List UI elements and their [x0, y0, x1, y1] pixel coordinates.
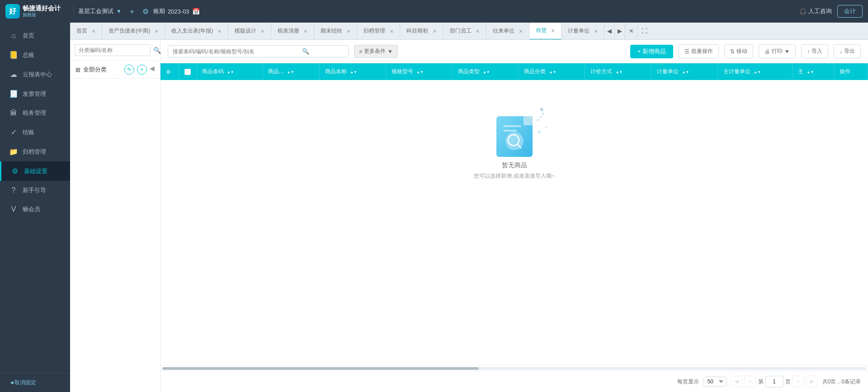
sidebar-item-invoice[interactable]: 🧾 发票管理 [0, 84, 70, 104]
logo-icon: 好 [5, 4, 20, 19]
sort-unit-icon[interactable]: ▲▼ [682, 71, 689, 74]
company-dropdown-icon: ▼ [116, 8, 122, 14]
tab-income-close[interactable]: × [217, 28, 221, 34]
sidebar-item-report[interactable]: ☁ 云报表中心 [0, 65, 70, 84]
scroll-left-btn[interactable]: ◀ [604, 23, 615, 40]
sort-main-unit-icon[interactable]: ▲▼ [754, 71, 761, 74]
header-divider [73, 5, 74, 18]
expand-btn[interactable]: ⛶ [637, 23, 651, 40]
tab-tax[interactable]: 税表清册 × [271, 23, 314, 40]
sidebar-item-ledger[interactable]: 📒 总账 [0, 45, 70, 65]
tab-unit-close[interactable]: × [594, 28, 598, 34]
sort-type-icon[interactable]: ▲▼ [483, 71, 490, 74]
collapse-icon[interactable]: ◀ [150, 65, 155, 75]
tab-unit-label: 计量单位 [568, 27, 590, 35]
sort-main-icon[interactable]: ▲▼ [807, 71, 814, 74]
sort-category-icon[interactable]: ▲▼ [549, 71, 557, 74]
prev-page-btn[interactable]: ‹ [745, 376, 756, 387]
import-button[interactable]: ↑ 导入 [801, 44, 828, 58]
close-all-tabs-btn[interactable]: ✕ [625, 23, 637, 40]
empty-state: 暂无商品 您可以选择新增,或者直接导入哦~ [160, 80, 868, 207]
sidebar-item-guide[interactable]: ? 新手引导 [0, 181, 70, 200]
svg-point-10 [545, 127, 547, 128]
tab-inventory-close[interactable]: × [551, 28, 555, 34]
full-search-box: 🔍 [168, 45, 349, 57]
sort-name-icon[interactable]: ▲▼ [350, 71, 357, 74]
calendar-icon[interactable]: 📅 [192, 8, 200, 15]
company-name: 基层工会测试 [78, 7, 113, 15]
account-button[interactable]: 会计 [837, 5, 863, 18]
category-search-input[interactable] [75, 44, 151, 56]
tab-subject-close[interactable]: × [433, 28, 436, 34]
company-selector[interactable]: 基层工会测试 ▼ [78, 7, 122, 15]
tab-home-close[interactable]: × [92, 28, 95, 34]
unpin-btn[interactable]: ◄取消固定 [0, 373, 70, 392]
category-search-icon[interactable]: 🔍 [153, 47, 161, 54]
tab-template-close[interactable]: × [261, 28, 264, 34]
tab-contact-close[interactable]: × [519, 28, 523, 34]
sidebar-label-settle: 结账 [23, 128, 34, 137]
export-button[interactable]: ↓ 导出 [834, 44, 861, 58]
sidebar-item-basic[interactable]: ⚙ 基础设置 [0, 161, 70, 181]
scroll-right-btn[interactable]: ▶ [615, 23, 625, 40]
sidebar-item-home[interactable]: ⌂ 首页 [0, 26, 70, 45]
move-button[interactable]: ⇅ 移动 [724, 44, 753, 58]
add-tab-icon[interactable]: ＋ [126, 6, 138, 17]
per-page-select[interactable]: 50 10 20 100 [703, 377, 726, 387]
settle-icon: ✓ [9, 128, 18, 137]
sidebar-label-member: 畅会员 [23, 205, 40, 213]
sort-barcode-icon[interactable]: ▲▼ [227, 71, 234, 74]
sidebar-item-archive[interactable]: 📁 归档管理 [0, 142, 70, 161]
th-settings[interactable]: ⚙ [160, 63, 179, 80]
tab-subject[interactable]: 科目期初 × [400, 23, 443, 40]
header-checkbox[interactable] [184, 69, 191, 75]
tab-tax-close[interactable]: × [304, 28, 307, 34]
sort-code-icon[interactable]: ▲▼ [287, 71, 294, 74]
tab-dept-close[interactable]: × [476, 28, 480, 34]
content-area: 🔍 ⊞ 全部分类 ✎ + ◀ [70, 40, 868, 392]
svg-rect-7 [503, 130, 517, 132]
tab-template[interactable]: 模版设计 × [228, 23, 271, 40]
filter-button[interactable]: ≡ 更多条件 ▼ [354, 45, 398, 58]
full-search-icon[interactable]: 🔍 [302, 48, 309, 55]
th-main-unit: 主计量单位 ▲▼ [718, 63, 793, 80]
tab-tax-label: 税表清册 [278, 27, 299, 35]
tab-period-label: 期末结转 [321, 27, 342, 35]
add-product-button[interactable]: + 新增商品 [630, 45, 673, 58]
first-page-btn[interactable]: ⊲ [731, 376, 743, 387]
tab-period-close[interactable]: × [347, 28, 350, 34]
sort-pricing-icon[interactable]: ▲▼ [616, 71, 623, 74]
sidebar-item-settle[interactable]: ✓ 结账 [0, 123, 70, 142]
tab-archive[interactable]: 归档管理 × [357, 23, 400, 40]
tab-balance[interactable]: 资产负债表(中期) × [102, 23, 165, 40]
member-icon: V [9, 205, 18, 213]
tab-home[interactable]: 首页 × [70, 23, 102, 40]
tab-inventory[interactable]: 存货 × [529, 23, 561, 40]
tab-contact[interactable]: 往来单位 × [486, 23, 529, 40]
service-btn[interactable]: 🎧 人工咨询 [799, 7, 832, 15]
last-page-btn[interactable]: ⊳ [806, 376, 818, 387]
sort-spec-icon[interactable]: ▲▼ [416, 71, 424, 74]
th-checkbox[interactable] [179, 63, 196, 80]
batch-operation-button[interactable]: ☰ 批量操作 [679, 44, 719, 58]
category-edit-btn[interactable]: ✎ [124, 65, 134, 75]
tab-period[interactable]: 期末结转 × [314, 23, 357, 40]
category-add-btn[interactable]: + [137, 65, 147, 75]
print-button[interactable]: 🖨 打印 ▼ [759, 44, 796, 58]
sidebar-item-member[interactable]: V 畅会员 [0, 200, 70, 219]
tab-unit[interactable]: 计量单位 × [561, 23, 604, 40]
tab-income[interactable]: 收入支出表(年报) × [165, 23, 228, 40]
horizontal-scrollbar[interactable] [160, 365, 868, 371]
scrollbar-thumb[interactable] [162, 367, 479, 370]
th-action: 操作 [834, 63, 868, 80]
tab-dept[interactable]: 部门员工 × [443, 23, 486, 40]
tab-balance-close[interactable]: × [155, 28, 158, 34]
sidebar-label-home: 首页 [23, 32, 34, 40]
full-search-input[interactable] [173, 48, 299, 55]
toolbar: 🔍 ≡ 更多条件 ▼ + 新增商品 ☰ 批量操作 ⇅ 移动 [160, 40, 868, 63]
next-page-btn[interactable]: › [793, 376, 804, 387]
sidebar-item-tax[interactable]: 🏛 税务管理 [0, 104, 70, 123]
page-input[interactable] [765, 376, 783, 387]
tab-archive-close[interactable]: × [390, 28, 393, 34]
settings-icon[interactable]: ⚙ [142, 7, 149, 16]
